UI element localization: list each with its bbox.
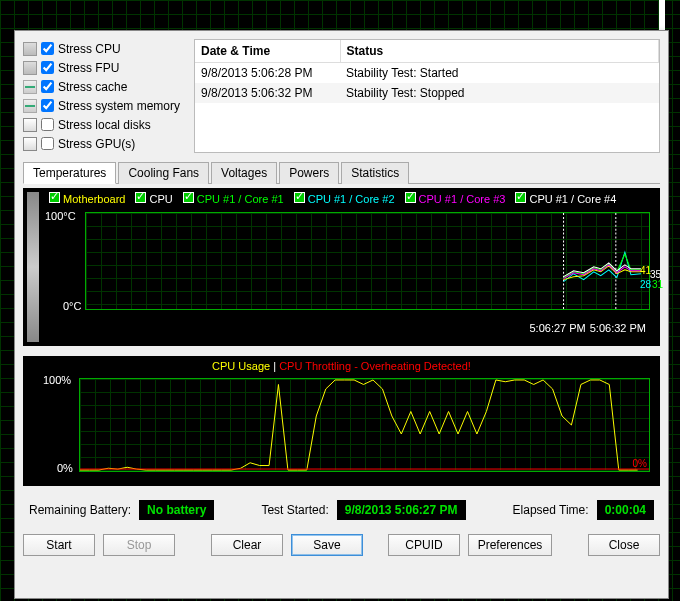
log-cell-status: Stability Test: Stopped xyxy=(340,83,659,103)
stress-option-memory[interactable]: Stress system memory xyxy=(23,96,188,115)
temperatures-panel: Motherboard CPU CPU #1 / Core #1 CPU #1 … xyxy=(23,188,660,346)
fpu-icon xyxy=(23,61,37,75)
disk-icon xyxy=(23,118,37,132)
xaxis-b: 5:06:32 PM xyxy=(590,322,646,334)
stress-fpu-label: Stress FPU xyxy=(58,61,119,75)
legend-core3: CPU #1 / Core #3 xyxy=(419,193,506,205)
usage-panel: CPU Usage | CPU Throttling - Overheating… xyxy=(23,356,660,486)
legend-checkbox[interactable] xyxy=(49,192,60,203)
stability-test-dialog: Stress CPU Stress FPU Stress cache Stres… xyxy=(14,30,669,599)
stress-options-list: Stress CPU Stress FPU Stress cache Stres… xyxy=(23,39,188,153)
legend-core4: CPU #1 / Core #4 xyxy=(529,193,616,205)
usage-legend: CPU Usage | CPU Throttling - Overheating… xyxy=(27,360,656,372)
temp-xaxis: 5:06:27 PM 5:06:32 PM xyxy=(529,322,646,334)
gpu-icon xyxy=(23,137,37,151)
stress-disks-checkbox[interactable] xyxy=(41,118,54,131)
cache-icon xyxy=(23,80,37,94)
usage-ymax: 100% xyxy=(43,374,71,386)
legend-checkbox[interactable] xyxy=(183,192,194,203)
temperatures-graph: 41 35 28 31 xyxy=(85,212,650,310)
legend-sep: | xyxy=(273,360,276,372)
xaxis-a: 5:06:27 PM xyxy=(529,322,585,334)
legend-checkbox[interactable] xyxy=(294,192,305,203)
legend-checkbox[interactable] xyxy=(515,192,526,203)
temp-ymin: 0°C xyxy=(63,300,81,312)
log-row[interactable]: 9/8/2013 5:06:28 PM Stability Test: Star… xyxy=(195,63,659,84)
stress-memory-checkbox[interactable] xyxy=(41,99,54,112)
battery-label: Remaining Battery: xyxy=(29,503,131,517)
elapsed-label: Elapsed Time: xyxy=(513,503,589,517)
clear-button[interactable]: Clear xyxy=(211,534,283,556)
log-header-datetime[interactable]: Date & Time xyxy=(195,40,340,63)
temperatures-legend: Motherboard CPU CPU #1 / Core #1 CPU #1 … xyxy=(45,192,656,205)
tab-temperatures[interactable]: Temperatures xyxy=(23,162,116,184)
stress-option-fpu[interactable]: Stress FPU xyxy=(23,58,188,77)
stress-option-cache[interactable]: Stress cache xyxy=(23,77,188,96)
start-button[interactable]: Start xyxy=(23,534,95,556)
stress-gpu-label: Stress GPU(s) xyxy=(58,137,135,151)
stress-disks-label: Stress local disks xyxy=(58,118,151,132)
legend-checkbox[interactable] xyxy=(135,192,146,203)
cpuid-button[interactable]: CPUID xyxy=(388,534,460,556)
legend-motherboard: Motherboard xyxy=(63,193,125,205)
test-started-label: Test Started: xyxy=(261,503,328,517)
bg-stripe xyxy=(659,0,665,30)
stress-cpu-checkbox[interactable] xyxy=(41,42,54,55)
cpu-icon xyxy=(23,42,37,56)
status-bar: Remaining Battery: No battery Test Start… xyxy=(23,500,660,520)
legend-core1: CPU #1 / Core #1 xyxy=(197,193,284,205)
legend-usage: CPU Usage xyxy=(212,360,270,372)
button-bar: Start Stop Clear Save CPUID Preferences … xyxy=(23,534,660,556)
usage-graph: 0% xyxy=(79,378,650,472)
stress-option-gpu[interactable]: Stress GPU(s) xyxy=(23,134,188,153)
temp-val-28: 28 xyxy=(640,279,651,290)
stress-memory-label: Stress system memory xyxy=(58,99,180,113)
stress-option-disks[interactable]: Stress local disks xyxy=(23,115,188,134)
legend-checkbox[interactable] xyxy=(405,192,416,203)
legend-core2: CPU #1 / Core #2 xyxy=(308,193,395,205)
preferences-button[interactable]: Preferences xyxy=(468,534,552,556)
legend-cpu: CPU xyxy=(150,193,173,205)
log-row[interactable]: 9/8/2013 5:06:32 PM Stability Test: Stop… xyxy=(195,83,659,103)
close-button[interactable]: Close xyxy=(588,534,660,556)
memory-icon xyxy=(23,99,37,113)
log-cell-dt: 9/8/2013 5:06:28 PM xyxy=(195,63,340,84)
legend-throttling: CPU Throttling - Overheating Detected! xyxy=(279,360,471,372)
tab-strip: Temperatures Cooling Fans Voltages Power… xyxy=(23,161,660,184)
stress-cpu-label: Stress CPU xyxy=(58,42,121,56)
temp-val-31: 31 xyxy=(652,279,663,290)
usage-ymin: 0% xyxy=(57,462,73,474)
stress-gpu-checkbox[interactable] xyxy=(41,137,54,150)
battery-value: No battery xyxy=(139,500,214,520)
tab-cooling-fans[interactable]: Cooling Fans xyxy=(118,162,209,184)
tab-voltages[interactable]: Voltages xyxy=(211,162,277,184)
test-started-value: 9/8/2013 5:06:27 PM xyxy=(337,500,466,520)
throttle-current: 0% xyxy=(633,458,647,469)
log-cell-status: Stability Test: Started xyxy=(340,63,659,84)
log-cell-dt: 9/8/2013 5:06:32 PM xyxy=(195,83,340,103)
temp-ymax: 100°C xyxy=(45,210,76,222)
stress-cache-label: Stress cache xyxy=(58,80,127,94)
tab-statistics[interactable]: Statistics xyxy=(341,162,409,184)
tab-powers[interactable]: Powers xyxy=(279,162,339,184)
stop-button[interactable]: Stop xyxy=(103,534,175,556)
elapsed-value: 0:00:04 xyxy=(597,500,654,520)
stress-cache-checkbox[interactable] xyxy=(41,80,54,93)
scale-widget[interactable] xyxy=(27,192,39,342)
log-header-status[interactable]: Status xyxy=(340,40,659,63)
stress-option-cpu[interactable]: Stress CPU xyxy=(23,39,188,58)
save-button[interactable]: Save xyxy=(291,534,363,556)
event-log: Date & Time Status 9/8/2013 5:06:28 PM S… xyxy=(194,39,660,153)
stress-fpu-checkbox[interactable] xyxy=(41,61,54,74)
